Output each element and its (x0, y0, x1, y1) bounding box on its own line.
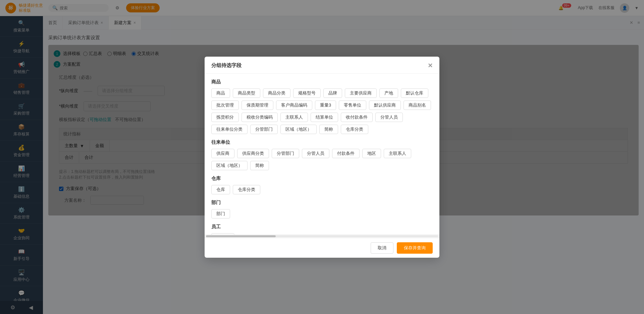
tag-1-0[interactable]: 供应商 (211, 149, 234, 158)
tag-2-0[interactable]: 仓库 (211, 185, 230, 194)
confirm-button[interactable]: 保存并查询 (397, 242, 433, 254)
modal-title: 分组待选字段 (211, 62, 241, 69)
tag-0-21[interactable]: 往来单位分类 (211, 125, 248, 134)
tag-0-2[interactable]: 商品分类 (263, 88, 290, 98)
section-title-0: 商品 (211, 79, 433, 85)
cancel-button[interactable]: 取消 (371, 242, 393, 254)
tag-0-5[interactable]: 主要供应商 (345, 88, 377, 98)
section-title-3: 部门 (211, 200, 433, 206)
field-select-modal: 分组待选字段 ✕ 商品商品商品类型商品分类规格型号品牌主要供应商产地默认仓库批次… (205, 57, 439, 258)
tag-1-1[interactable]: 供应商分类 (237, 149, 269, 158)
modal-header: 分组待选字段 ✕ (205, 57, 439, 74)
modal-h-scrollbar[interactable] (205, 235, 439, 238)
tag-2-1[interactable]: 仓库分类 (233, 185, 260, 194)
tag-0-0[interactable]: 商品 (211, 88, 230, 98)
tag-0-23[interactable]: 区域（地区） (280, 125, 317, 134)
tag-0-13[interactable]: 默认供应商 (369, 101, 401, 110)
tag-0-14[interactable]: 商品别名 (404, 101, 431, 110)
tag-0-4[interactable]: 品牌 (323, 88, 342, 98)
tag-0-1[interactable]: 商品类型 (233, 88, 260, 98)
section-title-2: 仓库 (211, 176, 433, 182)
tag-0-6[interactable]: 产地 (379, 88, 398, 98)
tag-1-7[interactable]: 区域（地区） (211, 161, 248, 170)
tag-0-24[interactable]: 简称 (319, 125, 338, 134)
tag-3-0[interactable]: 部门 (211, 209, 230, 218)
section-tags-2: 仓库仓库分类 (211, 185, 433, 194)
tag-0-17[interactable]: 主联系人 (280, 113, 308, 122)
section-tags-0: 商品商品类型商品分类规格型号品牌主要供应商产地默认仓库批次管理保质期管理客户商品… (211, 88, 433, 134)
tag-0-12[interactable]: 零售单位 (339, 101, 366, 110)
tag-1-5[interactable]: 地区 (362, 149, 381, 158)
tag-1-4[interactable]: 付款条件 (332, 149, 360, 158)
tag-0-22[interactable]: 分管部门 (250, 125, 278, 134)
tag-0-9[interactable]: 保质期管理 (241, 101, 273, 110)
tag-0-18[interactable]: 结算单位 (311, 113, 338, 122)
section-tags-3: 部门 (211, 209, 433, 218)
section-title-1: 往来单位 (211, 139, 433, 145)
section-title-4: 员工 (211, 224, 433, 230)
tag-0-19[interactable]: 收付款条件 (341, 113, 373, 122)
tag-0-8[interactable]: 批次管理 (211, 101, 239, 110)
tag-0-20[interactable]: 分管人员 (375, 113, 403, 122)
tag-0-7[interactable]: 默认仓库 (401, 88, 428, 98)
tag-1-8[interactable]: 简称 (250, 161, 269, 170)
tag-0-16[interactable]: 税收分类编码 (241, 113, 278, 122)
tag-0-11[interactable]: 重量3 (315, 101, 336, 110)
tag-0-25[interactable]: 仓库分类 (341, 125, 368, 134)
modal-footer: 取消 保存并查询 (205, 238, 439, 258)
tag-1-2[interactable]: 分管部门 (272, 149, 299, 158)
section-tags-1: 供应商供应商分类分管部门分管人员付款条件地区主联系人区域（地区）简称 (211, 149, 433, 170)
tag-0-10[interactable]: 客户商品编码 (276, 101, 312, 110)
tag-0-15[interactable]: 拣货积分 (211, 113, 239, 122)
tag-0-3[interactable]: 规格型号 (293, 88, 321, 98)
tag-1-6[interactable]: 主联系人 (384, 149, 411, 158)
tag-1-3[interactable]: 分管人员 (302, 149, 329, 158)
modal-body[interactable]: 商品商品商品类型商品分类规格型号品牌主要供应商产地默认仓库批次管理保质期管理客户… (205, 74, 439, 235)
modal-overlay: 分组待选字段 ✕ 商品商品商品类型商品分类规格型号品牌主要供应商产地默认仓库批次… (0, 0, 644, 314)
modal-close-icon[interactable]: ✕ (428, 62, 433, 69)
